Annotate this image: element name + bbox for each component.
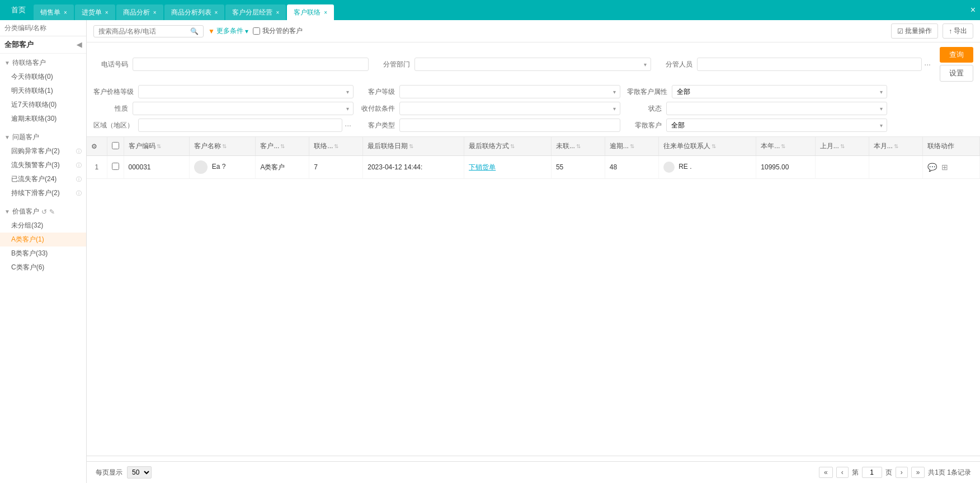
page-number-input[interactable] xyxy=(862,467,882,478)
refresh-icon[interactable]: ↺ xyxy=(41,208,47,216)
row-level: A类客户 xyxy=(256,156,309,179)
sidebar-search-input[interactable] xyxy=(4,24,87,32)
retail-field: 零散客户 全部 ▾ xyxy=(627,119,887,132)
col-settings[interactable]: ⚙ xyxy=(87,137,107,156)
sidebar-item-tomorrow[interactable]: 明天待联络(1) xyxy=(0,84,86,98)
close-product-analysis-tab[interactable]: × xyxy=(153,10,157,16)
staff-input[interactable] xyxy=(697,58,922,71)
table-row: 1 000031 Ea ? A类客户 7 2023-04-12 14:44: xyxy=(87,156,980,179)
help-icon-repurchase: ⓘ xyxy=(76,148,82,155)
sort-no-contact-icon[interactable]: ⇅ xyxy=(576,143,581,149)
tab-customer-contact[interactable]: 客户联络 × xyxy=(287,4,334,20)
export-btn[interactable]: ↑ 导出 xyxy=(943,23,973,39)
col-checkbox xyxy=(107,137,124,156)
sort-code-icon[interactable]: ⇅ xyxy=(157,143,161,149)
close-product-analysis-list-tab[interactable]: × xyxy=(215,10,218,16)
sidebar-item-today[interactable]: 今天待联络(0) xyxy=(0,70,86,84)
advanced-filter: 电话号码 分管部门 ▾ 分管人员 ··· xyxy=(87,42,980,137)
query-btn[interactable]: 查询 xyxy=(940,47,973,63)
per-page-select[interactable]: 50 xyxy=(127,466,152,479)
pay-select[interactable] xyxy=(399,102,620,115)
close-customer-segment-tab[interactable]: × xyxy=(276,10,279,16)
sort-overdue-icon[interactable]: ⇅ xyxy=(630,143,634,149)
home-tab[interactable]: 首页 xyxy=(4,0,32,20)
retail-attr-select[interactable]: 全部 xyxy=(672,85,887,98)
action-qr-icon[interactable]: ⊞ xyxy=(941,163,948,172)
sidebar-item-churned[interactable]: 已流失客户(24) ⓘ xyxy=(0,172,86,186)
row-checkbox[interactable] xyxy=(112,163,119,170)
sidebar-item-a-class[interactable]: A类客户(1) xyxy=(0,233,86,247)
sort-contact-icon[interactable]: ⇅ xyxy=(334,143,338,149)
horizontal-scrollbar[interactable] xyxy=(87,456,980,461)
customer-type-input[interactable] xyxy=(399,119,620,132)
footer: 每页显示 50 « ‹ 第 页 › » 共1页 1条记录 xyxy=(87,461,980,483)
last-method-link[interactable]: 下销货单 xyxy=(469,163,496,171)
export-icon: ↑ xyxy=(949,27,952,35)
phone-input[interactable] xyxy=(133,58,369,71)
tab-product-analysis[interactable]: 商品分析 × xyxy=(116,4,163,20)
tab-customer-segment[interactable]: 客户分层经营 × xyxy=(225,4,286,20)
sort-level-icon[interactable]: ⇅ xyxy=(280,143,285,149)
close-sales-tab[interactable]: × xyxy=(64,10,67,16)
footer-right: « ‹ 第 页 › » 共1页 1条记录 xyxy=(819,467,971,478)
close-customer-contact-tab[interactable]: × xyxy=(324,10,327,16)
status-select[interactable] xyxy=(666,102,887,115)
tab-sales[interactable]: 销售单 × xyxy=(34,4,74,20)
first-page-btn[interactable]: « xyxy=(819,467,833,478)
region-dots-btn[interactable]: ··· xyxy=(342,121,354,130)
sort-this-year-icon[interactable]: ⇅ xyxy=(781,143,785,149)
region-input[interactable] xyxy=(138,119,342,132)
edit-icon[interactable]: ✎ xyxy=(49,208,55,216)
filter-more-btn[interactable]: ▼ 更多条件 ▾ xyxy=(208,26,248,36)
col-last-date: 最后联络日期⇅ xyxy=(363,137,464,156)
sort-unit-contact-icon[interactable]: ⇅ xyxy=(712,143,716,149)
problem-customers-section: ▼ 问题客户 回购异常客户(2) ⓘ 流失预警客户(3) ⓘ 已流失客户(24)… xyxy=(0,128,86,202)
tab-product-analysis-list[interactable]: 商品分析列表 × xyxy=(164,4,225,20)
filter-search-input[interactable] xyxy=(98,27,188,35)
problem-customers-triangle: ▼ xyxy=(4,134,10,140)
row-no-contact: 55 xyxy=(551,156,605,179)
sidebar-item-overdue[interactable]: 逾期未联络(30) xyxy=(0,112,86,126)
sort-name-icon[interactable]: ⇅ xyxy=(222,143,227,149)
sidebar-collapse-icon[interactable]: ◀ xyxy=(77,41,82,49)
retail-select[interactable]: 全部 xyxy=(666,119,887,132)
my-customers-checkbox[interactable] xyxy=(253,27,260,35)
prev-page-btn[interactable]: ‹ xyxy=(836,467,849,478)
dept-select[interactable] xyxy=(414,58,651,71)
retail-attr-field: 零散客户属性 全部 ▾ xyxy=(627,85,887,98)
close-all-tabs[interactable]: × xyxy=(970,5,976,15)
action-message-icon[interactable]: 💬 xyxy=(927,163,937,172)
tab-purchase[interactable]: 进货单 × xyxy=(75,4,115,20)
select-all-checkbox[interactable] xyxy=(112,142,119,149)
sidebar-item-declining[interactable]: 持续下滑客户(2) ⓘ xyxy=(0,186,86,200)
customer-level-select[interactable] xyxy=(399,85,620,98)
batch-operation-btn[interactable]: ☑ 批量操作 xyxy=(891,23,938,39)
col-level: 客户...⇅ xyxy=(256,137,309,156)
unit-contact-avatar xyxy=(663,162,675,173)
sidebar-item-churn-warning[interactable]: 流失预警客户(3) ⓘ xyxy=(0,158,86,172)
sort-last-method-icon[interactable]: ⇅ xyxy=(510,143,515,149)
filter-icon: ▼ xyxy=(208,27,215,35)
customer-avatar xyxy=(194,160,208,174)
setting-btn[interactable]: 设置 xyxy=(940,65,973,82)
sidebar-item-c-class[interactable]: C类客户(6) xyxy=(0,261,86,274)
sidebar-item-b-class[interactable]: B类客户(33) xyxy=(0,247,86,261)
sidebar-item-7days[interactable]: 近7天待联络(0) xyxy=(0,98,86,112)
close-purchase-tab[interactable]: × xyxy=(105,10,109,16)
col-this-year: 本年...⇅ xyxy=(756,137,815,156)
sort-last-month-icon[interactable]: ⇅ xyxy=(840,143,845,149)
price-level-select[interactable] xyxy=(138,85,354,98)
sidebar-item-ungrouped[interactable]: 未分组(32) xyxy=(0,219,86,233)
row-overdue: 48 xyxy=(605,156,658,179)
filter-search-icon[interactable]: 🔍 xyxy=(190,27,199,35)
total-label: 共1页 1条记录 xyxy=(928,468,971,477)
sort-last-date-icon[interactable]: ⇅ xyxy=(409,143,413,149)
next-page-btn[interactable]: › xyxy=(896,467,908,478)
nature-select[interactable] xyxy=(133,102,354,115)
sidebar-item-repurchase-abnormal[interactable]: 回购异常客户(2) ⓘ xyxy=(0,144,86,158)
last-page-btn[interactable]: » xyxy=(911,467,925,478)
row-contact: 7 xyxy=(309,156,363,179)
staff-dots-btn[interactable]: ··· xyxy=(922,60,933,69)
my-customers-filter[interactable]: 我分管的客户 xyxy=(253,26,303,36)
sort-this-month-icon[interactable]: ⇅ xyxy=(894,143,898,149)
